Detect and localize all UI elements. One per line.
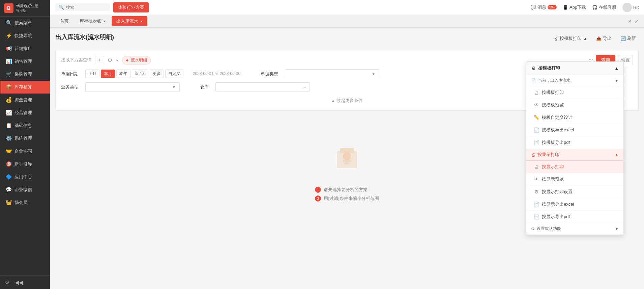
svg-rect-4 bbox=[344, 163, 350, 164]
message-button[interactable]: 💬 消息 99+ bbox=[531, 4, 557, 10]
date-this-month-btn[interactable]: 本月 bbox=[101, 70, 115, 78]
topbar-search-input[interactable] bbox=[66, 5, 107, 10]
display-section-chevron[interactable]: ▲ bbox=[614, 152, 619, 157]
dropdown-template-excel[interactable]: 📄 按模板导出excel bbox=[526, 124, 623, 136]
sidebar-item-finance[interactable]: 💰 资金管理 bbox=[0, 94, 50, 106]
sidebar-item-label: 基础信息 bbox=[14, 123, 32, 129]
dropdown-template-design[interactable]: ✏️ 模板自定义设计 bbox=[526, 111, 623, 124]
display-settings-icon: ⚙ bbox=[534, 189, 539, 194]
sidebar-item-label: 快捷导航 bbox=[14, 33, 32, 39]
svg-rect-1 bbox=[340, 148, 354, 153]
tab-flow-detail[interactable]: 出入库流水 × bbox=[112, 16, 147, 26]
message-label: 消息 bbox=[537, 4, 546, 10]
sidebar-item-operations[interactable]: 📈 经营管理 bbox=[0, 106, 50, 119]
megaphone-icon: 📢 bbox=[6, 46, 12, 52]
collapse-sidebar-icon[interactable]: ◀◀ bbox=[15, 279, 23, 286]
online-service-button[interactable]: 🎧 在线客服 bbox=[592, 4, 616, 10]
default-func-row[interactable]: ⚙ 设置默认功能 ▼ bbox=[526, 223, 623, 235]
business-type-select[interactable]: ▼ bbox=[85, 82, 180, 91]
gear-icon: ⚙️ bbox=[6, 135, 12, 141]
date-custom-btn[interactable]: 自定义 bbox=[165, 70, 183, 78]
sidebar-item-system[interactable]: ⚙️ 系统管理 bbox=[0, 132, 50, 145]
default-func-chevron: ▼ bbox=[615, 227, 619, 231]
doc-type-chevron-icon: ▼ bbox=[371, 71, 376, 76]
sidebar-item-search[interactable]: 🔍 搜索菜单 bbox=[0, 17, 50, 29]
date-label: 单据日期 bbox=[61, 71, 79, 77]
online-service-label: 在线客服 bbox=[599, 4, 616, 10]
export-label: 导出 bbox=[603, 35, 612, 42]
date-more-btn[interactable]: 更多 bbox=[150, 70, 164, 78]
sidebar-item-inventory[interactable]: 📦 库存核算 bbox=[0, 81, 50, 94]
dropdown-header[interactable]: 🖨 按模板打印 ▲ bbox=[526, 62, 623, 75]
lightning-icon: ⚡ bbox=[6, 33, 12, 39]
date-this-year-btn[interactable]: 本年 bbox=[116, 70, 130, 78]
export-button[interactable]: 📤 导出 bbox=[593, 34, 614, 43]
dropdown-template-print[interactable]: 🖨 按模板打印 bbox=[526, 86, 623, 99]
tabbar-controls: ✕ ⤢ bbox=[628, 19, 639, 24]
tab-home[interactable]: 首页 bbox=[55, 16, 74, 26]
tab-batch-account[interactable]: 库存批次账 × bbox=[75, 16, 110, 26]
filter-settings-icon[interactable]: ⚙ bbox=[108, 57, 112, 63]
default-func-icon: ⚙ bbox=[531, 227, 535, 231]
excel-item-icon: 📄 bbox=[534, 127, 539, 133]
industry-solution-button[interactable]: 体验行业方案 bbox=[113, 2, 149, 12]
main-area: 🔍 体验行业方案 💬 消息 99+ 📱 App下载 🎧 在线客服 Rit bbox=[50, 0, 644, 289]
date-7days-btn[interactable]: 近7天 bbox=[132, 70, 148, 78]
display-print-section-header[interactable]: 🖨 按显示打印 ▲ bbox=[526, 149, 623, 161]
sidebar-item-sales[interactable]: 📊 销售管理 bbox=[0, 55, 50, 68]
tab-flow-detail-label: 出入库流水 bbox=[116, 18, 138, 24]
template-design-item-label: 模板自定义设计 bbox=[542, 114, 573, 121]
sidebar-item-quick-nav[interactable]: ⚡ 快捷导航 bbox=[0, 29, 50, 42]
dropdown-template-pdf[interactable]: 📄 按模板导出pdf bbox=[526, 136, 623, 149]
user-avatar-button[interactable]: Rit bbox=[622, 3, 639, 12]
current-template-row: 📄 当前：出入库流水 ▼ bbox=[526, 75, 623, 86]
dropdown-display-settings[interactable]: ⚙ 按显示打印设置 bbox=[526, 186, 623, 198]
add-condition-button[interactable]: + bbox=[95, 56, 104, 64]
warehouse-select[interactable]: ··· bbox=[215, 82, 310, 91]
sidebar-item-vip[interactable]: 👑 畅会员 bbox=[0, 196, 50, 209]
tab-flow-detail-close[interactable]: × bbox=[140, 19, 142, 23]
sidebar-item-purchase[interactable]: 🛒 采购管理 bbox=[0, 68, 50, 81]
dropdown-display-print[interactable]: 🖨 按显示打印 bbox=[526, 161, 623, 173]
action-bar: 🖨 按模板打印 ▲ 📤 导出 🔄 刷新 bbox=[551, 34, 639, 43]
dropdown-template-preview[interactable]: 👁 按模板预览 bbox=[526, 99, 623, 111]
settings-footer-icon[interactable]: ⚙ bbox=[5, 279, 9, 286]
sidebar-item-basic[interactable]: 📋 基础信息 bbox=[0, 119, 50, 132]
sidebar-item-label: 系统管理 bbox=[14, 135, 32, 141]
tab-close-all-icon[interactable]: ✕ bbox=[628, 19, 632, 24]
display-print-item-label: 按显示打印 bbox=[542, 164, 564, 170]
template-pdf-item-label: 按模板导出pdf bbox=[542, 139, 570, 146]
display-settings-item-label: 按显示打印设置 bbox=[542, 189, 573, 195]
box-icon: 📦 bbox=[6, 84, 12, 90]
app-logo-icon: B bbox=[4, 3, 13, 13]
default-func-label: 设置默认功能 bbox=[537, 226, 561, 232]
chevron-up-icon: ▲ bbox=[331, 98, 335, 103]
sidebar-item-label: 畅会员 bbox=[14, 200, 28, 206]
dropdown-collapse-icon[interactable]: ▲ bbox=[614, 66, 619, 71]
app-download-button[interactable]: 📱 App下载 bbox=[563, 4, 586, 10]
topbar-search-icon: 🔍 bbox=[59, 5, 64, 10]
sidebar-item-collab[interactable]: 🤝 企业协同 bbox=[0, 145, 50, 158]
tab-expand-icon[interactable]: ⤢ bbox=[635, 19, 639, 24]
refresh-button[interactable]: 🔄 刷新 bbox=[618, 34, 639, 43]
template-print-button[interactable]: 🖨 按模板打印 ▲ bbox=[551, 34, 590, 43]
doc-type-select[interactable]: ▼ bbox=[285, 69, 379, 78]
sidebar-item-guide[interactable]: 🎯 新手引导 bbox=[0, 158, 50, 170]
current-template-chevron[interactable]: ▼ bbox=[615, 78, 619, 83]
filter-collapse-icon[interactable]: « bbox=[116, 57, 119, 63]
tab-batch-account-close[interactable]: × bbox=[104, 19, 106, 23]
active-filter-tag[interactable]: ● 流水明细 bbox=[122, 56, 150, 64]
date-last-month-btn[interactable]: 上月 bbox=[85, 70, 99, 78]
message-badge: 99+ bbox=[548, 5, 557, 9]
sidebar-item-marketing[interactable]: 📢 营销推广 bbox=[0, 42, 50, 55]
sidebar-item-label: 搜索菜单 bbox=[14, 20, 32, 26]
printer-item-icon: 🖨 bbox=[534, 90, 539, 95]
topbar: 🔍 体验行业方案 💬 消息 99+ 📱 App下载 🎧 在线客服 Rit bbox=[50, 0, 644, 15]
dropdown-display-excel[interactable]: 📄 按显示导出excel bbox=[526, 198, 623, 211]
dropdown-display-pdf[interactable]: 📄 按显示导出pdf bbox=[526, 211, 623, 223]
sidebar-item-apps[interactable]: 🔷 应用中心 bbox=[0, 170, 50, 183]
topbar-search-box[interactable]: 🔍 bbox=[55, 3, 110, 11]
current-template-label: 当前：出入库流水 bbox=[538, 78, 570, 83]
sidebar-item-wechat[interactable]: 💬 企业微信 bbox=[0, 183, 50, 196]
dropdown-display-preview[interactable]: 👁 按显示预览 bbox=[526, 173, 623, 186]
